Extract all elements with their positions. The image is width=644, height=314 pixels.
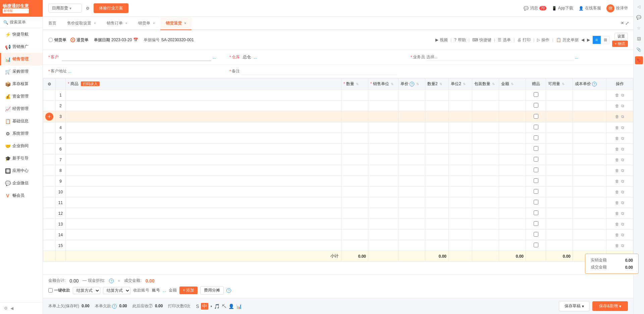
cell-sale-unit-9[interactable] — [368, 176, 398, 187]
col-gear[interactable]: ⚙ — [43, 78, 56, 90]
delete-icon-10[interactable]: 🗑 — [615, 190, 619, 194]
cell-qty-14[interactable] — [341, 230, 368, 240]
sidebar-search[interactable]: 🔍 搜索菜单 — [0, 17, 43, 28]
cell-cost-price-2[interactable] — [573, 101, 606, 111]
cell-qty2-4[interactable] — [425, 122, 449, 133]
remark-input[interactable] — [241, 67, 397, 75]
cell-amount-5[interactable] — [499, 133, 526, 144]
cell-qty-8[interactable] — [341, 165, 368, 176]
sidebar-item-system[interactable]: ⚙ 系统管理 — [0, 127, 43, 140]
tab-sale-order[interactable]: 销售订单 × — [101, 17, 133, 30]
gift-checkbox-9[interactable] — [534, 178, 538, 183]
cell-unit-price-7[interactable] — [398, 154, 425, 165]
strip-icon-1[interactable]: ◁ — [635, 3, 643, 11]
cell-unit2-9[interactable] — [449, 176, 472, 187]
cell-cost-price-1[interactable] — [573, 90, 606, 101]
gift-checkbox-12[interactable] — [534, 210, 538, 215]
cell-amount-14[interactable] — [499, 230, 526, 240]
cell-goods-11[interactable] — [66, 197, 341, 208]
cell-unit2-12[interactable] — [449, 208, 472, 219]
toolbar-shortcut[interactable]: ⌨ 快捷键 — [472, 37, 491, 43]
cell-qty-10[interactable] — [341, 187, 368, 197]
copy-icon-3[interactable]: ⧉ — [621, 114, 624, 119]
settle-method-select[interactable]: 结算方式 — [103, 287, 130, 294]
gift-checkbox-1[interactable] — [534, 92, 538, 97]
cell-pack-qty-3[interactable] — [472, 111, 499, 122]
cell-goods-8[interactable] — [66, 165, 341, 176]
sidebar-item-member[interactable]: V 畅会员 — [0, 189, 43, 202]
staff-dotted[interactable]: ... — [575, 55, 578, 60]
qty-sort-icon[interactable]: ⇅ — [356, 82, 359, 86]
delete-icon-7[interactable]: 🗑 — [615, 158, 619, 162]
save-new-button[interactable]: 保存&新增 ▾ — [592, 301, 628, 311]
cell-unit2-4[interactable] — [449, 122, 472, 133]
cell-available-11[interactable] — [546, 197, 573, 208]
cell-qty2-7[interactable] — [425, 154, 449, 165]
cell-unit2-15[interactable] — [449, 240, 472, 251]
cell-qty-9[interactable] — [341, 176, 368, 187]
delete-icon-8[interactable]: 🗑 — [615, 168, 619, 173]
customer-input[interactable] — [62, 53, 211, 61]
gift-checkbox-2[interactable] — [534, 103, 538, 108]
cell-goods-10[interactable] — [66, 187, 341, 197]
cell-unit2-2[interactable] — [449, 101, 472, 111]
cell-available-5[interactable] — [546, 133, 573, 144]
sidebar-item-quick-nav[interactable]: ⚡ 快捷导航 — [0, 28, 43, 41]
cell-unit-price-6[interactable] — [398, 144, 425, 154]
cell-available-3[interactable] — [546, 111, 573, 122]
cell-qty2-10[interactable] — [425, 187, 449, 197]
tab-sale-price-close[interactable]: × — [94, 21, 96, 25]
cell-amount-15[interactable] — [499, 240, 526, 251]
unit-price-sort-icon[interactable]: ⇅ — [416, 82, 419, 86]
cost-price-info-icon[interactable]: ? — [592, 82, 597, 86]
cell-pack-qty-5[interactable] — [472, 133, 499, 144]
toolbar-nav-prev[interactable]: ◀ — [581, 38, 584, 42]
sidebar-item-marketing[interactable]: 📢 营销推广 — [0, 41, 43, 53]
cell-amount-7[interactable] — [499, 154, 526, 165]
cell-unit2-10[interactable] — [449, 187, 472, 197]
qty2-sort-icon[interactable]: ⇅ — [439, 82, 442, 86]
cell-pack-qty-12[interactable] — [472, 208, 499, 219]
view-grid-btn[interactable]: ⊞ — [601, 36, 609, 44]
sidebar-bottom[interactable]: ⚙ ◀ — [0, 302, 43, 314]
cell-qty2-9[interactable] — [425, 176, 449, 187]
cell-unit2-11[interactable] — [449, 197, 472, 208]
cell-unit-price-2[interactable] — [398, 101, 425, 111]
cell-unit2-13[interactable] — [449, 219, 472, 230]
cell-goods-14[interactable] — [66, 230, 341, 240]
gift-checkbox-4[interactable] — [534, 125, 538, 129]
sidebar-item-purchase[interactable]: 🛒 采购管理 — [0, 65, 43, 78]
cell-unit2-6[interactable] — [449, 144, 472, 154]
copy-icon-10[interactable]: ⧉ — [621, 190, 624, 194]
copy-icon-7[interactable]: ⧉ — [621, 158, 624, 162]
cell-qty2-8[interactable] — [425, 165, 449, 176]
fee-split-button[interactable]: 费用分摊 — [200, 286, 224, 295]
account-dotted[interactable]: ... — [163, 288, 166, 293]
cell-sale-unit-1[interactable] — [368, 90, 398, 101]
save-draft-button[interactable]: 保存草稿 ▾ — [559, 301, 590, 311]
experience-button[interactable]: 体验行业方案 — [94, 3, 128, 13]
delete-icon-11[interactable]: 🗑 — [615, 200, 619, 205]
sidebar-item-wechat[interactable]: 💬 企业微信 — [0, 177, 43, 189]
strip-icon-4[interactable]: 🖼 — [635, 35, 643, 43]
copy-icon-15[interactable]: ⧉ — [621, 243, 624, 248]
cell-available-1[interactable] — [546, 90, 573, 101]
cell-cost-price-8[interactable] — [573, 165, 606, 176]
cell-unit2-5[interactable] — [449, 133, 472, 144]
cell-pack-qty-10[interactable] — [472, 187, 499, 197]
delete-icon-15[interactable]: 🗑 — [615, 243, 619, 248]
amount-sort-icon[interactable]: ⇅ — [511, 82, 514, 86]
cell-cost-price-4[interactable] — [573, 122, 606, 133]
gift-checkbox-10[interactable] — [534, 189, 538, 194]
gift-checkbox-7[interactable] — [534, 157, 538, 162]
cell-qty-3[interactable] — [341, 111, 368, 122]
cell-qty-5[interactable] — [341, 133, 368, 144]
cell-qty-7[interactable] — [341, 154, 368, 165]
cell-sale-unit-3[interactable] — [368, 111, 398, 122]
gift-checkbox-14[interactable] — [534, 232, 538, 237]
cell-sale-unit-10[interactable] — [368, 187, 398, 197]
calc-method-select[interactable]: 结算方式 — [73, 287, 100, 294]
toolbar-settings-btn[interactable]: 设置 — [614, 33, 628, 40]
tab-sale-order-close[interactable]: × — [125, 21, 127, 25]
cell-goods-3[interactable] — [66, 111, 341, 122]
